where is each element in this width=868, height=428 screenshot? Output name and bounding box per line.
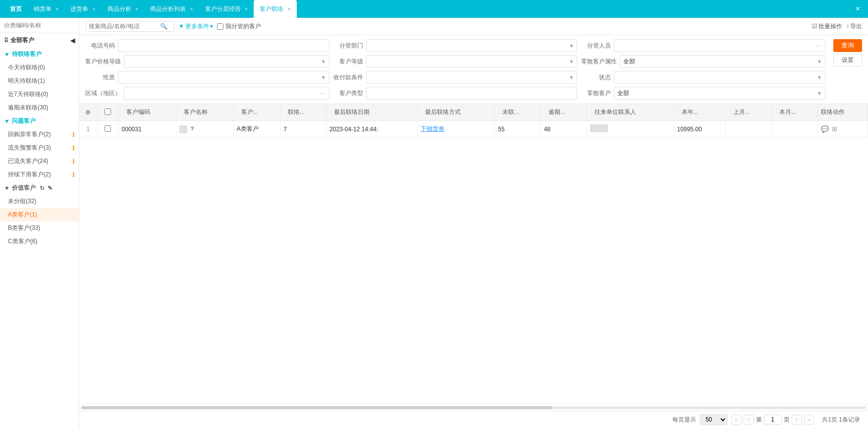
sidebar-item-today[interactable]: 今天待联络(0) <box>0 61 79 74</box>
filter-field-scattered-attr: 零散客户属性 全部▼ <box>581 55 825 68</box>
phone-input[interactable] <box>118 39 329 52</box>
more-conditions-btn[interactable]: ▼ 更多条件 ▾ <box>178 22 213 31</box>
table-settings-icon[interactable]: ⚙ <box>85 109 91 116</box>
close-sales-tab[interactable]: × <box>55 6 58 12</box>
sidebar-item-tomorrow[interactable]: 明天待联络(1) <box>0 74 79 88</box>
dept-dropdown[interactable]: ▼ <box>366 39 578 52</box>
sidebar-item-lost[interactable]: 已流失客户(24) ℹ <box>0 155 79 168</box>
info-icon[interactable]: ℹ <box>72 131 75 138</box>
close-product-analysis-list-tab[interactable]: × <box>190 6 193 12</box>
nature-dropdown[interactable]: ▼ <box>118 71 329 84</box>
row-last-method[interactable]: 下销货单 <box>418 121 495 138</box>
filter-row-3: 性质 ▼ 收付款条件 ▼ 状态 <box>85 71 825 84</box>
nav-tab-customer-contact[interactable]: 客户联络 × <box>254 0 296 18</box>
col-checkbox[interactable] <box>97 104 118 121</box>
close-customer-tier-tab[interactable]: × <box>245 6 248 12</box>
nav-tab-sales[interactable]: 销货单 × <box>28 0 64 18</box>
col-level[interactable]: ⁝ 客户... <box>233 104 280 121</box>
sidebar-item-unclassified[interactable]: 未分组(32) <box>0 195 79 208</box>
sidebar-group-problem[interactable]: ▼ 问题客户 <box>0 114 79 128</box>
filter-search-input[interactable] <box>89 23 158 30</box>
close-customer-contact-tab[interactable]: × <box>287 6 290 12</box>
col-last-date[interactable]: ⁝ 最后联络日期 <box>326 104 418 121</box>
filter-field-dept: 分管部门 ▼ <box>333 39 578 52</box>
chat-icon[interactable]: 💬 <box>821 125 829 133</box>
nav-tab-home[interactable]: 首页 <box>4 0 28 18</box>
row-overdue: 48 <box>541 121 587 138</box>
col-this-month[interactable]: ⁝ 本月... <box>771 104 817 121</box>
last-method-link[interactable]: 下销货单 <box>421 125 444 132</box>
sidebar-search-input[interactable] <box>4 22 78 29</box>
last-page-btn[interactable]: » <box>804 415 814 425</box>
query-button[interactable]: 查询 <box>833 39 862 52</box>
col-contact-count[interactable]: ⁝ 联络... <box>280 104 326 121</box>
scrollbar-thumb[interactable] <box>81 406 552 409</box>
filter-search-box[interactable]: 🔍 <box>85 21 174 32</box>
sidebar-item-abnormal[interactable]: 回购异常客户(2) ℹ <box>0 128 79 141</box>
page-input[interactable] <box>764 415 782 425</box>
scattered-attr-dropdown[interactable]: 全部▼ <box>620 55 825 68</box>
scattered-dropdown[interactable]: 全部▼ <box>614 87 825 100</box>
horizontal-scrollbar[interactable] <box>79 404 868 411</box>
col-last-method[interactable]: ⁝ 最后联络方式 <box>418 104 495 121</box>
info-icon-3[interactable]: ℹ <box>72 158 75 165</box>
my-customers-checkbox[interactable] <box>217 23 223 30</box>
page-size-select[interactable]: 50 100 200 <box>700 414 727 425</box>
col-contact-person[interactable]: ⁝ 往来单位联系人 <box>587 104 674 121</box>
col-not-contacted[interactable]: ⁝ 未联... <box>495 104 541 121</box>
chevron-down-icon-3: ▼ <box>4 185 10 192</box>
sidebar-item-class-c[interactable]: C类客户(6) <box>0 235 79 248</box>
sidebar-item-overdue[interactable]: 逾期未联络(30) <box>0 101 79 114</box>
batch-op-btn[interactable]: ☑ 批量操作 <box>812 22 842 31</box>
sidebar-item-warning[interactable]: 流失预警客户(3) ℹ <box>0 141 79 155</box>
close-product-analysis-tab[interactable]: × <box>135 6 138 12</box>
sidebar-item-class-a[interactable]: A类客户(1) <box>0 208 79 221</box>
qr-icon[interactable]: ⊞ <box>832 125 837 133</box>
close-all-btn[interactable]: × <box>852 4 864 13</box>
sidebar-item-declining[interactable]: 持续下滑客户(2) ℹ <box>0 168 79 181</box>
nav-tab-customer-tier[interactable]: 客户分层经营 × <box>199 0 254 18</box>
payment-dropdown[interactable]: ▼ <box>366 71 578 84</box>
edit-icon[interactable]: ✎ <box>48 185 53 192</box>
first-page-btn[interactable]: « <box>731 415 742 425</box>
scrollbar-track[interactable] <box>81 406 866 409</box>
col-settings[interactable]: ⚙ <box>79 104 97 121</box>
region-input[interactable]: ··· <box>124 87 329 100</box>
phone-label: 电话号码 <box>85 42 115 50</box>
row-checkbox[interactable] <box>105 125 111 132</box>
manager-input[interactable]: ··· <box>614 39 825 52</box>
next-page-btn[interactable]: > <box>792 415 802 425</box>
status-dropdown[interactable]: ▼ <box>614 71 825 84</box>
sidebar-group-pending[interactable]: ▼ 待联络客户 <box>0 48 79 61</box>
row-checkbox-cell[interactable] <box>97 121 118 138</box>
col-overdue[interactable]: ⁝ 逾期... <box>541 104 587 121</box>
sort-icon-6: ⁝ <box>422 110 423 115</box>
nav-tab-purchase[interactable]: 进货单 × <box>64 0 101 18</box>
row-index: 1 <box>79 121 97 138</box>
customer-level-dropdown[interactable]: ▼ <box>366 55 578 68</box>
select-all-checkbox[interactable] <box>105 108 111 115</box>
filter-search-icon[interactable]: 🔍 <box>160 23 167 30</box>
close-purchase-tab[interactable]: × <box>92 6 95 12</box>
all-customers-header[interactable]: ⠿ 全部客户 ◀ <box>0 33 79 48</box>
col-name[interactable]: ⁝ 客户名称 <box>176 104 233 121</box>
sidebar-item-class-b[interactable]: B类客户(33) <box>0 221 79 235</box>
nav-tab-product-analysis[interactable]: 商品分析 × <box>102 0 144 18</box>
col-code[interactable]: ⁝ 客户编码 <box>118 104 176 121</box>
sidebar-group-value[interactable]: ▼ 价值客户 ↻ ✎ <box>0 181 79 195</box>
my-customers-checkbox-label[interactable]: 我分管的客户 <box>217 22 261 31</box>
filter-field-customer-level: 客户等级 ▼ <box>333 55 578 68</box>
nav-tab-product-analysis-list[interactable]: 商品分析列表 × <box>144 0 199 18</box>
prev-page-btn[interactable]: < <box>744 415 754 425</box>
info-icon-4[interactable]: ℹ <box>72 171 75 178</box>
sidebar-item-7days[interactable]: 近7天待联络(0) <box>0 88 79 101</box>
info-icon-2[interactable]: ℹ <box>72 144 75 152</box>
col-this-year[interactable]: ⁝ 本年... <box>674 104 726 121</box>
refresh-icon[interactable]: ↻ <box>40 185 45 192</box>
collapse-sidebar-icon[interactable]: ◀ <box>70 37 75 44</box>
price-level-dropdown[interactable]: ▼ <box>124 55 329 68</box>
customer-type-input[interactable] <box>366 87 578 100</box>
col-last-month[interactable]: ⁝ 上月... <box>726 104 772 121</box>
settings-button[interactable]: 设置 <box>833 54 862 66</box>
export-btn[interactable]: ↑ 导出 <box>846 22 862 31</box>
